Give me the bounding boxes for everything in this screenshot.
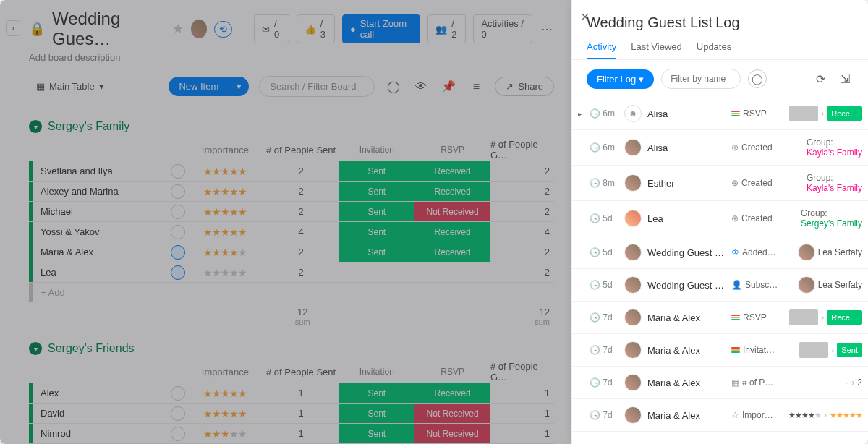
people-sent-cell[interactable]: 2 bbox=[263, 161, 339, 181]
log-entry[interactable]: 🕓 5d Lea ⊕ Created Group:Sergey's Family bbox=[572, 201, 868, 236]
people-gifted-cell[interactable]: 2 bbox=[490, 182, 554, 201]
pill-invites[interactable]: ✉ / 0 bbox=[254, 14, 289, 43]
people-gifted-cell[interactable]: 2 bbox=[490, 202, 554, 221]
chat-icon[interactable] bbox=[169, 424, 187, 443]
log-entry[interactable]: ▸ 🕓 6m ☻ Alisa RSVP ›Rece… bbox=[572, 98, 868, 130]
log-entry[interactable]: 🕓 7d Maria & Alex Invitat… ›Sent bbox=[572, 334, 868, 367]
importance-cell[interactable]: ★★★★★ bbox=[187, 222, 263, 242]
search-input[interactable]: Search / Filter Board bbox=[259, 76, 375, 97]
item-name[interactable]: Yossi & Yakov bbox=[29, 222, 169, 242]
automation-icon[interactable]: ⟲ bbox=[214, 21, 232, 38]
item-name[interactable]: Alexey and Marina bbox=[29, 182, 169, 201]
pin-icon[interactable]: 📌 bbox=[440, 78, 457, 95]
invitation-cell[interactable]: Sent bbox=[339, 222, 414, 242]
pill-members[interactable]: 👥 / 2 bbox=[427, 14, 466, 43]
rsvp-cell[interactable]: Received bbox=[414, 182, 490, 201]
people-gifted-cell[interactable]: 1 bbox=[490, 383, 554, 403]
chat-icon[interactable] bbox=[169, 161, 187, 181]
group-title[interactable]: Sergey's Family bbox=[48, 120, 129, 133]
rsvp-cell[interactable]: Received bbox=[414, 383, 490, 403]
item-name[interactable]: Nimrod bbox=[29, 424, 169, 443]
importance-cell[interactable]: ★★★★★ bbox=[187, 262, 263, 282]
item-name[interactable]: Maria & Alex bbox=[29, 242, 169, 262]
pill-activities[interactable]: Activities / 0 bbox=[473, 14, 532, 43]
filter-icon[interactable]: ≡ bbox=[467, 78, 485, 95]
rsvp-cell[interactable]: Not Received bbox=[414, 202, 490, 221]
add-item[interactable]: + Add bbox=[29, 283, 188, 302]
item-name[interactable]: Michael bbox=[29, 202, 169, 221]
people-sent-cell[interactable]: 1 bbox=[263, 424, 339, 443]
invitation-cell[interactable]: Sent bbox=[339, 161, 414, 181]
item-name[interactable]: Alex bbox=[29, 383, 169, 403]
people-sent-cell[interactable]: 2 bbox=[263, 202, 339, 221]
group-title[interactable]: Sergey's Friends bbox=[48, 342, 135, 355]
log-entry[interactable]: 🕓 7d Maria & Alex ☆ Impor… ★★★★★›★★★★★ bbox=[572, 399, 868, 432]
group-collapse-icon[interactable]: ▾ bbox=[29, 120, 42, 133]
invitation-cell[interactable]: Sent bbox=[339, 182, 414, 201]
people-gifted-cell[interactable]: 1 bbox=[490, 424, 554, 443]
people-sent-cell[interactable]: 2 bbox=[263, 262, 339, 282]
owner-avatar[interactable] bbox=[191, 20, 207, 38]
group-collapse-icon[interactable]: ▾ bbox=[29, 342, 42, 355]
share-button[interactable]: ↗ Share bbox=[495, 77, 554, 96]
tab-activity[interactable]: Activity bbox=[587, 35, 616, 59]
eye-icon[interactable]: 👁 bbox=[412, 78, 430, 95]
log-entry[interactable]: 🕓 5d Wedding Guest List ♔ Added… Lea Ser… bbox=[572, 236, 868, 269]
rsvp-cell[interactable] bbox=[414, 262, 490, 282]
rsvp-cell[interactable]: Received bbox=[414, 242, 490, 262]
board-description[interactable]: Add board description bbox=[0, 52, 571, 70]
refresh-icon[interactable]: ⟳ bbox=[812, 70, 829, 87]
importance-cell[interactable]: ★★★★★ bbox=[187, 202, 263, 221]
importance-cell[interactable]: ★★★★★ bbox=[187, 424, 263, 443]
importance-cell[interactable]: ★★★★★ bbox=[187, 404, 263, 423]
log-entry[interactable]: 🕓 7d Maria & Alex ▦ # of P… -›2 bbox=[572, 367, 868, 399]
more-icon[interactable]: ⋯ bbox=[540, 20, 554, 38]
people-gifted-cell[interactable]: 1 bbox=[490, 404, 554, 423]
invitation-cell[interactable]: Sent bbox=[339, 404, 414, 423]
new-item-button[interactable]: New Item▾ bbox=[169, 77, 249, 96]
export-icon[interactable]: ⇲ bbox=[836, 70, 854, 87]
chat-icon[interactable] bbox=[169, 404, 187, 423]
chat-icon[interactable] bbox=[169, 262, 187, 282]
rsvp-cell[interactable]: Not Received bbox=[414, 404, 490, 423]
filter-log-button[interactable]: Filter Log ▾ bbox=[587, 69, 654, 89]
invitation-cell[interactable]: Sent bbox=[339, 383, 414, 403]
log-entry[interactable]: 🕓 8m Esther ⊕ Created Group:Kayla's Fami… bbox=[572, 166, 868, 201]
chat-icon[interactable] bbox=[169, 182, 187, 201]
people-gifted-cell[interactable]: 2 bbox=[490, 242, 554, 262]
invitation-cell[interactable]: Sent bbox=[339, 242, 414, 262]
item-name[interactable]: Svetlana and Ilya bbox=[29, 161, 169, 181]
people-sent-cell[interactable]: 2 bbox=[263, 182, 339, 201]
main-table-view[interactable]: ▦ Main Table ▾ bbox=[29, 78, 111, 95]
people-gifted-cell[interactable]: 4 bbox=[490, 222, 554, 242]
pill-thumbs[interactable]: 👍 / 3 bbox=[297, 14, 335, 43]
people-sent-cell[interactable]: 1 bbox=[263, 404, 339, 423]
expand-sidebar-icon[interactable]: › bbox=[6, 20, 20, 36]
item-name[interactable]: Lea bbox=[29, 262, 169, 282]
people-gifted-cell[interactable]: 2 bbox=[490, 161, 554, 181]
chat-icon[interactable] bbox=[169, 242, 187, 262]
people-sent-cell[interactable]: 2 bbox=[263, 242, 339, 262]
importance-cell[interactable]: ★★★★★ bbox=[187, 161, 263, 181]
item-name[interactable]: David bbox=[29, 404, 169, 423]
person-filter-icon[interactable]: ◯ bbox=[385, 78, 402, 95]
people-sent-cell[interactable]: 4 bbox=[263, 222, 339, 242]
rsvp-cell[interactable]: Received bbox=[414, 222, 490, 242]
tab-updates[interactable]: Updates bbox=[697, 35, 731, 59]
invitation-cell[interactable]: Sent bbox=[339, 202, 414, 221]
chat-icon[interactable] bbox=[169, 222, 187, 242]
people-gifted-cell[interactable]: 2 bbox=[490, 262, 554, 282]
importance-cell[interactable]: ★★★★★ bbox=[187, 182, 263, 201]
chat-icon[interactable] bbox=[169, 202, 187, 221]
star-icon[interactable]: ★ bbox=[172, 21, 184, 37]
close-icon[interactable]: × bbox=[578, 6, 592, 28]
rsvp-cell[interactable]: Not Received bbox=[414, 424, 490, 443]
zoom-button[interactable]: ● Start Zoom call bbox=[342, 14, 420, 43]
importance-cell[interactable]: ★★★★★ bbox=[187, 383, 263, 403]
importance-cell[interactable]: ★★★★★ bbox=[187, 242, 263, 262]
person-filter-icon[interactable]: ◯ bbox=[748, 69, 767, 88]
filter-name-input[interactable] bbox=[661, 69, 741, 89]
rsvp-cell[interactable]: Received bbox=[414, 161, 490, 181]
tab-last-viewed[interactable]: Last Viewed bbox=[631, 35, 682, 59]
chat-icon[interactable] bbox=[169, 383, 187, 403]
